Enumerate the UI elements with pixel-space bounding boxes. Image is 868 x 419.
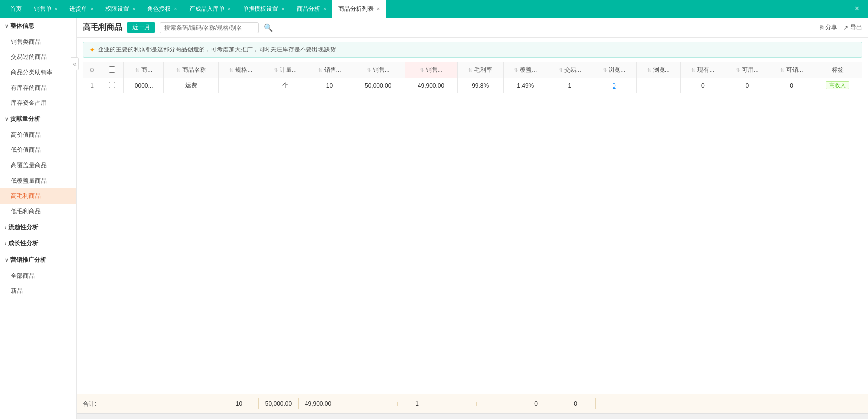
- nav-sales-order[interactable]: 销售单 ×: [28, 0, 63, 18]
- sidebar-item-all-goods[interactable]: 全部商品: [0, 268, 76, 283]
- nav-close-analysis[interactable]: ×: [323, 6, 326, 12]
- resize-icon-avail: ⇅: [736, 67, 740, 73]
- row-checkbox[interactable]: [109, 82, 115, 88]
- search-input[interactable]: [160, 22, 259, 33]
- col-browse1[interactable]: ⇅浏览...: [592, 62, 637, 78]
- table-row: 1 0000... 运费 个 10 50,000.00 49,900.00 99…: [83, 78, 862, 93]
- group-arrow-contribution: ∨: [5, 116, 8, 122]
- content-header: 高毛利商品 近一月 🔍 ⎘ 分享 ↗ 导出: [77, 18, 868, 38]
- nav-product-inbound[interactable]: 产成品入库单 ×: [183, 0, 237, 18]
- data-table-wrapper[interactable]: ⚙ ⇅商... ⇅商品名称 ⇅规格... ⇅计量... ⇅销售... ⇅销售..…: [83, 62, 862, 394]
- nav-permission-settings[interactable]: 权限设置 ×: [100, 0, 141, 18]
- resize-icon: ⇅: [135, 67, 139, 73]
- export-button[interactable]: ↗ 导出: [843, 23, 862, 32]
- sidebar-collapse-button[interactable]: «: [71, 57, 79, 70]
- horizontal-scrollbar[interactable]: [77, 413, 868, 419]
- col-unit[interactable]: ⇅计量...: [263, 62, 307, 78]
- col-current[interactable]: ⇅现有...: [681, 62, 725, 78]
- period-button[interactable]: 近一月: [127, 22, 155, 33]
- nav-purchase-order[interactable]: 进货单 ×: [63, 0, 99, 18]
- col-transaction[interactable]: ⇅交易...: [548, 62, 592, 78]
- nav-product-analysis[interactable]: 商品分析 ×: [291, 0, 332, 18]
- footer-available: 0: [556, 398, 596, 409]
- search-icon[interactable]: 🔍: [264, 23, 273, 32]
- group-arrow-overall: ∨: [5, 23, 8, 29]
- page-title: 高毛利商品: [83, 22, 122, 33]
- group-arrow-marketing: ∨: [5, 257, 8, 263]
- col-browse2[interactable]: ⇅浏览...: [636, 62, 681, 78]
- col-sales-profit[interactable]: ⇅销售...: [405, 62, 458, 78]
- sidebar-group-trend[interactable]: › 流趋性分析: [0, 219, 76, 235]
- share-button[interactable]: ⎘ 分享: [820, 23, 837, 32]
- col-tag[interactable]: 标签: [814, 62, 862, 78]
- cell-browse1[interactable]: 0: [592, 78, 637, 93]
- cell-sales-qty: 10: [307, 78, 352, 93]
- col-code[interactable]: ⇅商...: [123, 62, 163, 78]
- col-gross-margin[interactable]: ⇅毛利率: [458, 62, 504, 78]
- nav-role-auth[interactable]: 角色授权 ×: [141, 0, 183, 18]
- col-sales-amount[interactable]: ⇅销售...: [352, 62, 405, 78]
- cell-transaction: 1: [548, 78, 592, 93]
- sidebar-item-new-goods[interactable]: 新品: [0, 283, 76, 299]
- sidebar-item-low-coverage[interactable]: 低覆盖量商品: [0, 173, 76, 188]
- footer-sales-profit: 49,900.00: [299, 398, 338, 409]
- nav-close-sales[interactable]: ×: [54, 6, 57, 12]
- top-navigation: 首页 销售单 × 进货单 × 权限设置 × 角色授权 × 产成品入库单 × 单据…: [0, 0, 868, 18]
- cell-checkbox[interactable]: [101, 78, 124, 93]
- sidebar-item-sales-goods[interactable]: 销售类商品: [0, 34, 76, 49]
- footer-spacer: [110, 402, 219, 406]
- sidebar-group-growth[interactable]: › 成长性分析: [0, 235, 76, 252]
- resize-icon-amount: ⇅: [367, 67, 371, 73]
- col-available[interactable]: ⇅可用...: [725, 62, 769, 78]
- footer-spacer4: [477, 402, 516, 406]
- nav-close-permission[interactable]: ×: [132, 6, 135, 12]
- window-close-button[interactable]: ×: [850, 4, 864, 13]
- footer-label: 合计:: [83, 400, 102, 408]
- sidebar-item-high-margin[interactable]: 高毛利商品: [0, 188, 76, 204]
- cell-gross-margin: 99.8%: [458, 78, 504, 93]
- footer-total-row: 合计: 10 50,000.00 49,900.00 1 0 0: [77, 394, 868, 413]
- resize-icon-br1: ⇅: [603, 67, 607, 73]
- resize-icon-unit: ⇅: [274, 67, 278, 73]
- nav-template-settings[interactable]: 单据模板设置 ×: [237, 0, 290, 18]
- sidebar-group-overall[interactable]: ∨ 整体信息: [0, 18, 76, 34]
- sidebar-item-inventory-capital[interactable]: 库存资金占用: [0, 95, 76, 111]
- info-icon: ✦: [89, 46, 95, 54]
- nav-home[interactable]: 首页: [4, 0, 28, 18]
- sidebar-item-category-sales-rate[interactable]: 商品分类助销率: [0, 65, 76, 80]
- nav-close-template[interactable]: ×: [281, 6, 284, 12]
- cell-num: 1: [83, 78, 101, 93]
- col-sellable[interactable]: ⇅可销...: [769, 62, 814, 78]
- nav-close-inbound[interactable]: ×: [228, 6, 231, 12]
- nav-close-analysis-list[interactable]: ×: [377, 6, 380, 12]
- resize-icon-br2: ⇅: [647, 67, 651, 73]
- data-table: ⚙ ⇅商... ⇅商品名称 ⇅规格... ⇅计量... ⇅销售... ⇅销售..…: [83, 62, 862, 93]
- sidebar-item-low-value[interactable]: 低价值商品: [0, 142, 76, 158]
- col-spec[interactable]: ⇅规格...: [219, 62, 263, 78]
- col-sales-qty[interactable]: ⇅销售...: [307, 62, 352, 78]
- sidebar-group-contribution[interactable]: ∨ 贡献量分析: [0, 111, 76, 127]
- content-area: 高毛利商品 近一月 🔍 ⎘ 分享 ↗ 导出 ✦ 企业的主要的利润都是这部分商品创…: [77, 18, 868, 419]
- sidebar-item-traded-goods[interactable]: 交易过的商品: [0, 49, 76, 65]
- col-coverage[interactable]: ⇅覆盖...: [503, 62, 548, 78]
- nav-analysis-list[interactable]: 商品分析列表 ×: [332, 0, 386, 18]
- cell-code: 0000...: [123, 78, 163, 93]
- sidebar-item-high-coverage[interactable]: 高覆盖量商品: [0, 158, 76, 173]
- nav-close-purchase[interactable]: ×: [90, 6, 93, 12]
- group-arrow-trend: ›: [5, 225, 6, 230]
- cell-sales-amount: 50,000.00: [352, 78, 405, 93]
- cell-current: 0: [681, 78, 725, 93]
- col-settings[interactable]: ⚙: [83, 62, 101, 78]
- resize-icon-gm: ⇅: [468, 67, 472, 73]
- sidebar-group-marketing[interactable]: ∨ 营销推广分析: [0, 252, 76, 268]
- cell-sellable: 0: [769, 78, 814, 93]
- resize-icon-cov: ⇅: [514, 67, 518, 73]
- col-checkbox: [101, 62, 124, 78]
- cell-spec: [219, 78, 263, 93]
- sidebar-item-stocked-goods[interactable]: 有库存的商品: [0, 80, 76, 95]
- sidebar-item-high-value[interactable]: 高价值商品: [0, 127, 76, 142]
- select-all-checkbox[interactable]: [109, 66, 115, 73]
- nav-close-role[interactable]: ×: [174, 6, 177, 12]
- col-name[interactable]: ⇅商品名称: [164, 62, 219, 78]
- sidebar-item-low-margin[interactable]: 低毛利商品: [0, 204, 76, 219]
